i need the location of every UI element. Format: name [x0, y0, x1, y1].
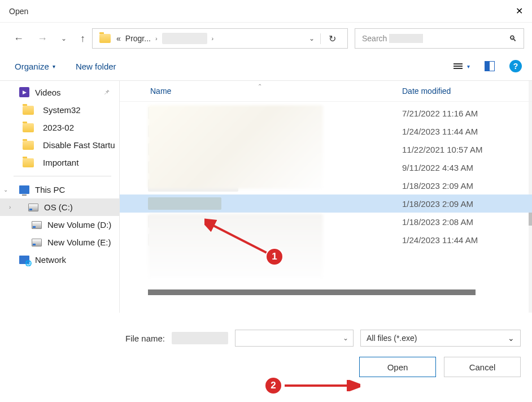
chevron-right-icon[interactable]: ›	[155, 35, 158, 42]
sidebar-item-videos[interactable]: ▶ Videos 📌︎	[0, 83, 119, 101]
drive-icon	[32, 239, 42, 247]
chevron-down-icon: ▾	[53, 63, 55, 70]
forward-icon[interactable]: →	[37, 33, 47, 45]
filename-row: File name: ⌄ All files (*.exe) ⌄	[0, 330, 521, 347]
scrollbar-thumb[interactable]	[148, 289, 476, 295]
chevron-down-icon: ▾	[467, 63, 470, 70]
back-icon[interactable]: ←	[14, 33, 24, 45]
filename-label: File name:	[125, 334, 165, 343]
column-label: Name	[150, 87, 171, 96]
file-list: Name ⌃ Date modified 7/21/2022 11:16 AM …	[120, 81, 532, 313]
list-body: 7/21/2022 11:16 AM 1/24/2023 11:44 AM 11…	[120, 102, 532, 249]
sidebar-item-system32[interactable]: System32	[0, 101, 119, 119]
column-headers: Name ⌃ Date modified	[120, 81, 532, 102]
drive-icon	[28, 204, 38, 211]
sidebar-label: OS (C:)	[44, 202, 73, 212]
sidebar-label: Videos	[35, 88, 61, 97]
file-date: 1/18/2023 2:09 AM	[402, 181, 532, 191]
list-icon	[453, 63, 463, 69]
sort-asc-icon: ⌃	[258, 83, 262, 89]
filetype-label: All files (*.exe)	[367, 334, 417, 343]
chevron-right-icon[interactable]: ›	[9, 204, 11, 210]
search-blurred	[389, 34, 423, 43]
folder-icon	[99, 34, 111, 43]
path-prefix: «	[116, 34, 121, 43]
sidebar-item-thispc[interactable]: ⌄ This PC	[0, 181, 119, 198]
sidebar-label: New Volume (D:)	[47, 220, 111, 230]
file-date: 7/21/2022 11:16 AM	[402, 109, 532, 118]
file-date: 9/11/2022 4:43 AM	[402, 163, 532, 172]
filetype-select[interactable]: All files (*.exe) ⌄	[360, 330, 521, 347]
main-area: ▶ Videos 📌︎ System32 2023-02 Disable Fas…	[0, 81, 532, 313]
sidebar-label: Network	[35, 255, 66, 265]
folder-icon	[23, 141, 34, 150]
folder-icon	[23, 123, 34, 132]
file-date: 1/18/2023 2:08 AM	[402, 217, 532, 227]
chevron-down-icon[interactable]: ⌄	[309, 34, 315, 42]
drive-icon	[32, 221, 42, 229]
videos-icon: ▶	[19, 87, 29, 97]
search-box[interactable]: Search 🔍︎	[355, 28, 524, 49]
sidebar-label: System32	[43, 105, 81, 115]
pin-icon: 📌︎	[103, 88, 110, 96]
close-icon[interactable]: ✕	[510, 3, 529, 19]
annotation-1: 1	[265, 248, 284, 266]
refresh-icon[interactable]: ↻	[320, 33, 344, 44]
folder-icon	[23, 106, 34, 115]
filename-blurred	[172, 332, 228, 344]
thispc-icon	[19, 185, 29, 194]
open-button[interactable]: Open	[359, 357, 436, 377]
file-date: 11/22/2021 10:57 AM	[402, 145, 532, 154]
annotation-2: 2	[264, 377, 282, 395]
title-bar: Open ✕	[0, 0, 532, 23]
window-title: Open	[9, 7, 28, 16]
sidebar-item-disable[interactable]: Disable Fast Startu	[0, 136, 119, 154]
button-row: Open Cancel	[0, 357, 521, 377]
view-button[interactable]: ▾	[453, 63, 470, 70]
sidebar-item-important[interactable]: Important	[0, 154, 119, 171]
address-bar[interactable]: « Progr... › › ⌄ ↻	[92, 28, 348, 49]
search-icon[interactable]: 🔍︎	[509, 34, 517, 43]
bottom-panel: File name: ⌄ All files (*.exe) ⌄ Open Ca…	[0, 313, 532, 377]
annotation-arrow-1	[204, 218, 272, 258]
sidebar-item-volume-d[interactable]: New Volume (D:)	[0, 216, 119, 234]
sidebar-label: 2023-02	[43, 123, 74, 132]
path-segment[interactable]: Progr...	[125, 34, 151, 43]
organize-button[interactable]: Organize ▾	[15, 62, 55, 71]
path-blurred	[162, 33, 207, 44]
horizontal-scrollbar[interactable]	[148, 288, 513, 296]
network-icon	[19, 256, 29, 264]
file-row-selected[interactable]: 1/18/2023 2:09 AM	[120, 194, 532, 213]
file-date: 1/24/2023 11:44 AM	[402, 127, 532, 136]
sidebar-label: Disable Fast Startu	[43, 140, 115, 150]
chevron-down-icon[interactable]: ⌄	[343, 334, 348, 342]
svg-line-0	[210, 224, 268, 253]
file-date: 1/18/2023 2:09 AM	[402, 199, 532, 209]
toolbar: Organize ▾ New folder ▾ ?	[0, 54, 532, 81]
chevron-down-icon[interactable]: ⌄	[3, 187, 8, 193]
preview-pane-icon[interactable]	[485, 61, 495, 71]
column-date[interactable]: Date modified	[402, 87, 532, 96]
up-icon[interactable]: ↑	[80, 33, 85, 45]
column-name[interactable]: Name ⌃	[150, 87, 402, 96]
sidebar-label: New Volume (E:)	[47, 237, 111, 247]
annotation-arrow-2	[282, 380, 360, 391]
sidebar-item-2023-02[interactable]: 2023-02	[0, 119, 119, 136]
chevron-right-icon[interactable]: ›	[212, 35, 214, 42]
sidebar-label: This PC	[35, 185, 65, 194]
new-folder-button[interactable]: New folder	[76, 62, 116, 71]
filename-input[interactable]: ⌄	[235, 330, 354, 347]
help-icon[interactable]: ?	[509, 60, 522, 72]
search-placeholder: Search	[362, 34, 387, 43]
recent-dropdown-icon[interactable]: ⌄	[61, 34, 67, 42]
sidebar-item-volume-e[interactable]: New Volume (E:)	[0, 234, 119, 251]
folder-icon	[23, 158, 34, 167]
sidebar-item-network[interactable]: Network	[0, 251, 119, 269]
sidebar-label: Important	[43, 158, 79, 167]
organize-label: Organize	[15, 62, 49, 71]
nav-bar: ← → ⌄ ↑ « Progr... › › ⌄ ↻ Search 🔍︎	[0, 23, 532, 54]
cancel-button[interactable]: Cancel	[444, 357, 521, 377]
sidebar: ▶ Videos 📌︎ System32 2023-02 Disable Fas…	[0, 81, 120, 313]
sidebar-item-os-c[interactable]: › OS (C:)	[0, 198, 119, 216]
file-date: 1/24/2023 11:44 AM	[402, 235, 532, 245]
